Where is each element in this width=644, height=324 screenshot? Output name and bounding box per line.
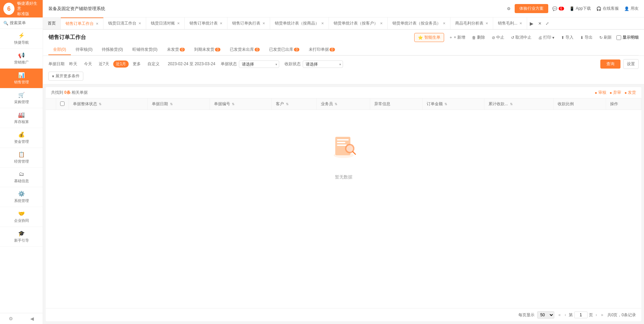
filter-tab-expired-not-shipped[interactable]: 到期未发货0: [189, 45, 225, 55]
sidebar-item-system[interactable]: ⚙️ 系统管理: [0, 187, 43, 207]
setting-button[interactable]: 设置: [623, 59, 639, 69]
filter-tab-not-printed[interactable]: 未打印单据0: [304, 45, 340, 55]
sidebar-item-cooperation[interactable]: 🤝 企业协同: [0, 207, 43, 227]
empty-text: 暂无数据: [335, 174, 352, 180]
sidebar-item-operation[interactable]: 📋 经营管理: [0, 148, 43, 168]
quick-today[interactable]: 今天: [81, 60, 95, 68]
tab-close-sales[interactable]: ✕: [96, 22, 98, 26]
message-btn[interactable]: 💬 6: [552, 6, 564, 11]
page-nav: « ‹ 第 页 › »: [557, 312, 604, 318]
tab-goods-stats[interactable]: 销货单统计表（按商品） ✕: [270, 17, 329, 30]
trial-button[interactable]: 体验行业方案: [515, 4, 548, 13]
filter-tab-shop-pending[interactable]: 旺铺待发货(0): [128, 45, 162, 55]
tab-close-sales-margin[interactable]: ✕: [519, 22, 522, 25]
delete-btn[interactable]: 🗑 删除: [470, 33, 487, 42]
status-select[interactable]: 请选择: [239, 60, 279, 68]
tab-close-sales-stats[interactable]: ✕: [220, 22, 222, 25]
th-collected[interactable]: 累计收款... ⇅: [484, 98, 554, 110]
ship-btn[interactable]: ● 发货: [625, 90, 636, 95]
filter-tab-all[interactable]: 全部(0): [48, 45, 71, 55]
ai-btn[interactable]: ⭐ 智能生单: [414, 33, 444, 42]
sidebar-item-basic-info[interactable]: 🗂 基础信息: [0, 168, 43, 187]
tab-close-goods-stats[interactable]: ✕: [321, 22, 324, 25]
sidebar-item-sales[interactable]: 📊 销售管理: [0, 69, 43, 88]
filter-tab-not-shipped[interactable]: 未发货0: [162, 45, 190, 55]
quick-custom[interactable]: 自定义: [145, 60, 162, 68]
page-size-select[interactable]: 20 50 100: [537, 311, 554, 319]
prev-page-btn[interactable]: ‹: [563, 312, 567, 318]
delete-icon: 🗑: [472, 35, 476, 40]
system-title: 装备及固定资产辅助管理系统: [48, 6, 503, 12]
page-input[interactable]: [574, 312, 588, 318]
app-download-btn[interactable]: 📱 App下载: [569, 6, 591, 11]
show-detail-checkbox[interactable]: [616, 35, 621, 40]
revoke-btn[interactable]: ● 弃审: [610, 90, 621, 95]
topbar: 装备及固定资产辅助管理系统 ⚙ 体验行业方案 💬 6 📱 App下载 🎧 在线客…: [43, 0, 644, 17]
first-page-btn[interactable]: «: [557, 312, 562, 318]
th-customer[interactable]: 客户 ⇅: [272, 98, 316, 110]
sidebar-logo: 6 畅捷通好生意 标准版: [0, 0, 43, 17]
cancel-stop-btn[interactable]: ↺ 取消中止: [509, 33, 533, 42]
select-all-checkbox[interactable]: [60, 102, 65, 106]
filter-tab-pending-review[interactable]: 待审核(0): [71, 45, 97, 55]
tab-close-margin-analysis[interactable]: ✕: [485, 22, 488, 25]
tab-close-cash-daily[interactable]: ✕: [138, 22, 141, 25]
tab-close-customer-stats[interactable]: ✕: [380, 22, 383, 25]
tab-reconcile[interactable]: 钱货日清对账 ✕: [146, 17, 185, 30]
th-checkbox: [56, 98, 69, 110]
collapse-btn[interactable]: ◀: [30, 316, 34, 321]
print-dropdown-icon: ▾: [552, 35, 554, 40]
quick-more[interactable]: 更多: [130, 60, 143, 68]
th-amount[interactable]: 订单金额 ⇅: [422, 98, 484, 110]
user-btn[interactable]: 👤 用友: [624, 6, 639, 11]
next-page-btn[interactable]: ›: [594, 312, 598, 318]
expand-filter-btn[interactable]: ▾ 展开更多条件: [48, 72, 83, 81]
tab-salesman-stats[interactable]: 销货单统计表（按业务员） ✕: [388, 17, 450, 30]
tab-sales-workbench[interactable]: 销售订单工作台 ✕: [61, 17, 103, 30]
tab-close-reconcile[interactable]: ✕: [177, 22, 180, 25]
sidebar-item-inventory[interactable]: 🏭 库存核算: [0, 108, 43, 128]
th-status[interactable]: 单据整体状态 ⇅: [69, 98, 148, 110]
tab-home[interactable]: 首页: [43, 17, 61, 30]
th-date[interactable]: 单据日期 ⇅: [148, 98, 210, 110]
sidebar-item-quick-nav[interactable]: ⚡ 快捷导航: [0, 29, 43, 49]
refresh-btn[interactable]: ↻ 刷新: [597, 33, 614, 42]
sidebar-item-marketing[interactable]: 📢 营销推广: [0, 49, 43, 69]
import-btn[interactable]: ⬆ 导入: [559, 33, 575, 42]
tab-customer-stats[interactable]: 销货单统计表（按客户） ✕: [329, 17, 388, 30]
tab-close-salesman-stats[interactable]: ✕: [443, 22, 445, 25]
filter-tab-pending-inspect[interactable]: 待拣验货(0): [97, 45, 128, 55]
tab-close-sales-exec[interactable]: ✕: [262, 22, 265, 25]
th-salesman[interactable]: 业务员 ⇅: [316, 98, 370, 110]
last-page-btn[interactable]: »: [600, 312, 605, 318]
tab-more-btn[interactable]: ▶: [527, 21, 536, 26]
payment-select[interactable]: 请选择: [303, 60, 343, 68]
quick-yesterday[interactable]: 昨天: [67, 60, 80, 68]
tab-margin-analysis[interactable]: 商品毛利分析表 ✕: [450, 17, 493, 30]
tab-maximize-btn[interactable]: ⤢: [544, 21, 551, 26]
filter-tab-shipped-out[interactable]: 已发货已出库0: [264, 45, 304, 55]
tab-sales-exec[interactable]: 销售订单执行表 ✕: [227, 17, 270, 30]
th-number[interactable]: 单据编号 ⇅: [210, 98, 272, 110]
settings-icon[interactable]: ⚙: [507, 6, 511, 11]
sidebar-item-purchase[interactable]: 🛒 采购管理: [0, 88, 43, 108]
tab-cash-daily[interactable]: 钱货日清工作台 ✕: [103, 17, 146, 30]
filter-tab-shipped-not-out[interactable]: 已发货未出库0: [225, 45, 265, 55]
query-button[interactable]: 查询: [600, 59, 620, 69]
approve-btn[interactable]: ● 审核: [595, 90, 606, 95]
settings-bottom-btn[interactable]: ⚙: [9, 316, 13, 321]
tab-sales-margin[interactable]: 销售毛利... ✕: [493, 17, 527, 30]
export-btn[interactable]: ⬇ 导出: [578, 33, 595, 42]
add-btn[interactable]: ＋ + 新增: [447, 33, 467, 42]
print-btn[interactable]: 🖨 打印 ▾: [536, 33, 556, 42]
sidebar-item-guide[interactable]: 🎓 新手引导: [0, 227, 43, 247]
quick-1month[interactable]: 近1月: [113, 60, 129, 68]
online-service-btn[interactable]: 🎧 在线客服: [596, 6, 619, 11]
sidebar-item-finance[interactable]: 💰 资金管理: [0, 128, 43, 148]
tab-close-all-btn[interactable]: ✕: [536, 21, 544, 26]
tab-sales-stats[interactable]: 销售订单统计表 ✕: [185, 17, 227, 30]
quick-7days[interactable]: 近7天: [96, 60, 112, 68]
logo-text: 畅捷通好生意 标准版: [17, 1, 39, 17]
sidebar-search-btn[interactable]: 🔍 搜索菜单: [0, 17, 43, 29]
stop-btn[interactable]: ⊘ 中止: [490, 33, 506, 42]
